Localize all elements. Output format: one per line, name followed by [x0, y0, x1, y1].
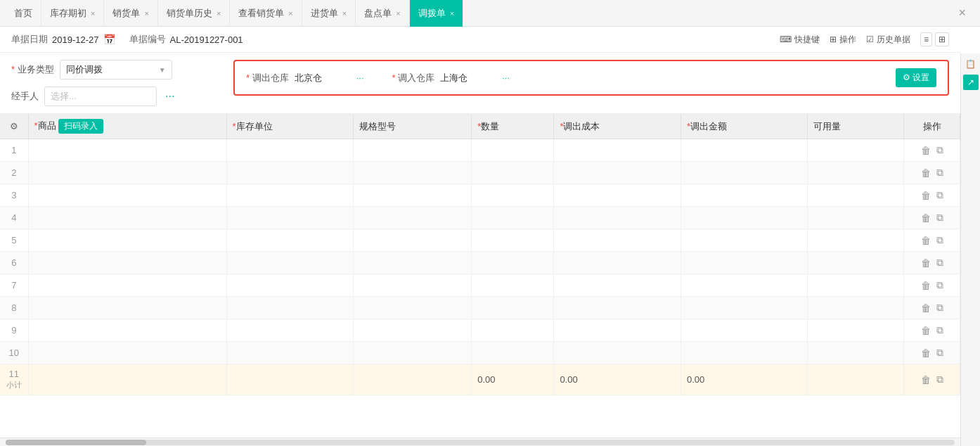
delete-row-8-button[interactable]: 🗑	[921, 302, 931, 314]
tab-purchase-close[interactable]: ×	[342, 9, 347, 18]
tab-home[interactable]: 首页	[6, 0, 41, 27]
warehouse-out-more-button[interactable]: ···	[356, 72, 364, 83]
cost-cell-6[interactable]	[554, 252, 681, 274]
tab-view-sales-close[interactable]: ×	[288, 9, 292, 18]
sidebar-notes-icon[interactable]: 📋	[963, 56, 979, 72]
amount-cell-3[interactable]	[681, 184, 808, 207]
delete-row-1-button[interactable]: 🗑	[921, 145, 931, 156]
delete-row-3-button[interactable]: 🗑	[921, 190, 931, 201]
delete-row-9-button[interactable]: 🗑	[921, 325, 931, 336]
copy-row-9-button[interactable]: ⧉	[936, 324, 943, 336]
cost-cell-11[interactable]: 0.00	[554, 364, 681, 395]
horizontal-scrollbar[interactable]	[0, 438, 960, 446]
product-cell-11[interactable]	[28, 364, 226, 395]
tab-stocktake-close[interactable]: ×	[396, 9, 400, 18]
shortcuts-button[interactable]: ⌨ 快捷键	[780, 34, 820, 46]
grid-view-button[interactable]: ⊞	[935, 32, 949, 46]
tab-transfer-close[interactable]: ×	[450, 9, 454, 18]
qty-cell-7[interactable]	[472, 274, 554, 297]
product-cell-9[interactable]	[28, 319, 226, 342]
qty-cell-11[interactable]: 0.00	[472, 364, 554, 395]
product-cell-1[interactable]	[28, 139, 226, 162]
cost-cell-8[interactable]	[554, 297, 681, 319]
amount-cell-1[interactable]	[681, 139, 808, 162]
business-type-select[interactable]: 同价调拨 ▼	[60, 60, 172, 79]
amount-cell-7[interactable]	[681, 274, 808, 297]
qty-cell-6[interactable]	[472, 252, 554, 274]
amount-cell-4[interactable]	[681, 207, 808, 229]
qty-cell-5[interactable]	[472, 229, 554, 252]
product-cell-4[interactable]	[28, 207, 226, 229]
scroll-thumb[interactable]	[6, 440, 146, 445]
amount-cell-5[interactable]	[681, 229, 808, 252]
copy-row-7-button[interactable]: ⧉	[936, 279, 943, 291]
cost-cell-7[interactable]	[554, 274, 681, 297]
tab-purchase[interactable]: 进货单 ×	[302, 0, 356, 27]
qty-cell-4[interactable]	[472, 207, 554, 229]
warehouse-in-more-button[interactable]: ···	[502, 72, 510, 83]
qty-cell-3[interactable]	[472, 184, 554, 207]
qty-cell-8[interactable]	[472, 297, 554, 319]
qty-cell-10[interactable]	[472, 342, 554, 364]
qty-cell-1[interactable]	[472, 139, 554, 162]
amount-cell-11[interactable]: 0.00	[681, 364, 808, 395]
cost-cell-9[interactable]	[554, 319, 681, 342]
copy-row-8-button[interactable]: ⧉	[936, 302, 943, 314]
amount-cell-9[interactable]	[681, 319, 808, 342]
copy-row-1-button[interactable]: ⧉	[936, 144, 943, 156]
copy-row-10-button[interactable]: ⧉	[936, 347, 943, 359]
product-cell-10[interactable]	[28, 342, 226, 364]
amount-cell-10[interactable]	[681, 342, 808, 364]
list-view-button[interactable]: ≡	[920, 32, 932, 46]
copy-row-3-button[interactable]: ⧉	[936, 189, 943, 201]
delete-row-5-button[interactable]: 🗑	[921, 235, 931, 246]
product-cell-5[interactable]	[28, 229, 226, 252]
table-settings-icon[interactable]: ⚙	[10, 121, 18, 132]
copy-row-5-button[interactable]: ⧉	[936, 234, 943, 246]
cost-cell-5[interactable]	[554, 229, 681, 252]
handler-more-button[interactable]: ···	[165, 90, 174, 103]
copy-row-11-button[interactable]: ⧉	[936, 374, 943, 386]
window-close-button[interactable]: ×	[950, 6, 974, 20]
scan-button[interactable]: 扫码录入	[58, 119, 103, 134]
tab-view-sales[interactable]: 查看销货单 ×	[230, 0, 302, 27]
delete-row-7-button[interactable]: 🗑	[921, 280, 931, 291]
cost-cell-3[interactable]	[554, 184, 681, 207]
delete-row-6-button[interactable]: 🗑	[921, 257, 931, 269]
cost-cell-10[interactable]	[554, 342, 681, 364]
qty-cell-9[interactable]	[472, 319, 554, 342]
tab-transfer[interactable]: 调拨单 ×	[410, 0, 463, 27]
product-cell-7[interactable]	[28, 274, 226, 297]
calendar-icon[interactable]: 📅	[103, 34, 115, 45]
copy-row-2-button[interactable]: ⧉	[936, 167, 943, 179]
cost-cell-2[interactable]	[554, 162, 681, 184]
product-cell-6[interactable]	[28, 252, 226, 274]
product-cell-2[interactable]	[28, 162, 226, 184]
product-cell-3[interactable]	[28, 184, 226, 207]
tab-sales-order-close[interactable]: ×	[144, 9, 148, 18]
cost-cell-1[interactable]	[554, 139, 681, 162]
settings-button[interactable]: ⚙ 设置	[896, 68, 936, 87]
amount-cell-2[interactable]	[681, 162, 808, 184]
delete-row-11-button[interactable]: 🗑	[921, 374, 931, 386]
delete-row-2-button[interactable]: 🗑	[921, 167, 931, 179]
amount-cell-8[interactable]	[681, 297, 808, 319]
delete-row-4-button[interactable]: 🗑	[921, 212, 931, 224]
tab-sales-order[interactable]: 销货单 ×	[104, 0, 157, 27]
amount-cell-6[interactable]	[681, 252, 808, 274]
tab-inventory-init-close[interactable]: ×	[91, 9, 95, 18]
history-button[interactable]: ☑ 历史单据	[866, 34, 910, 46]
qty-cell-2[interactable]	[472, 162, 554, 184]
tab-sales-history[interactable]: 销货单历史 ×	[158, 0, 230, 27]
tab-inventory-init[interactable]: 库存期初 ×	[41, 0, 104, 27]
copy-row-4-button[interactable]: ⧉	[936, 212, 943, 224]
product-cell-8[interactable]	[28, 297, 226, 319]
tab-sales-history-close[interactable]: ×	[217, 9, 221, 18]
handler-select[interactable]: 选择...	[44, 87, 157, 106]
tab-stocktake[interactable]: 盘点单 ×	[356, 0, 409, 27]
sidebar-expand-icon[interactable]: ↗	[963, 75, 979, 90]
delete-row-10-button[interactable]: 🗑	[921, 348, 931, 359]
copy-row-6-button[interactable]: ⧉	[936, 257, 943, 269]
cost-cell-4[interactable]	[554, 207, 681, 229]
operations-button[interactable]: ⊞ 操作	[830, 34, 856, 46]
